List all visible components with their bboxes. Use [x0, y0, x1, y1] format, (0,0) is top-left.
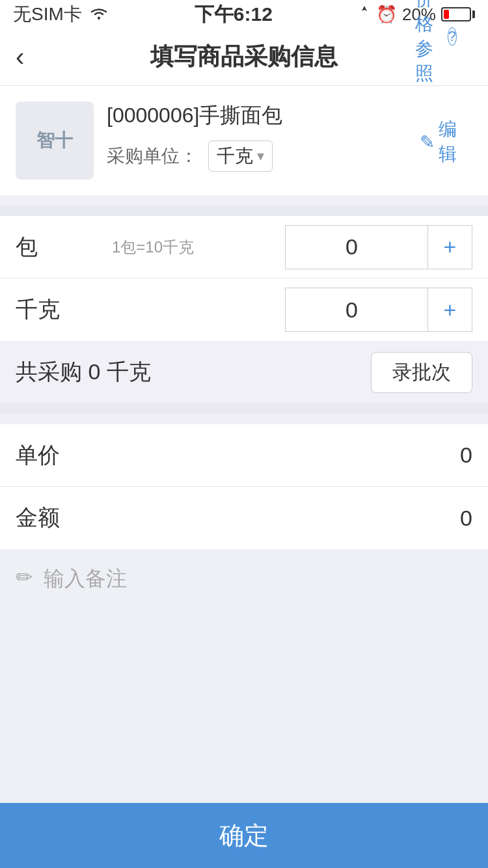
- unit-select[interactable]: 千克 ▾: [208, 141, 273, 172]
- product-image: 智十: [16, 102, 94, 180]
- summary-row: 共采购 0 千克 录批次: [0, 341, 488, 403]
- product-info: [0000006]手撕面包 采购单位： 千克 ▾: [107, 102, 472, 172]
- confirm-button[interactable]: 确定: [0, 803, 488, 868]
- summary-label: 共采购: [16, 359, 82, 384]
- empty-space: [0, 627, 488, 822]
- kg-plus-button[interactable]: +: [428, 288, 472, 332]
- unit-row: 采购单位： 千克 ▾: [107, 141, 472, 172]
- unit-price-label: 单价: [16, 441, 60, 470]
- svg-point-0: [98, 17, 100, 20]
- product-name: [0000006]手撕面包: [107, 102, 472, 130]
- kg-input[interactable]: [285, 288, 428, 332]
- kg-controls: +: [285, 288, 472, 332]
- bao-controls: +: [285, 225, 472, 269]
- bao-label: 包: [16, 232, 107, 262]
- notes-section[interactable]: ✏ 输入备注: [0, 549, 488, 627]
- price-section: 单价 0 金额 0: [0, 424, 488, 549]
- kg-row: 千克 +: [0, 278, 488, 341]
- edit-button[interactable]: ✎ 编辑: [420, 117, 457, 167]
- location-icon: [358, 5, 371, 25]
- chevron-down-icon: ▾: [257, 148, 264, 165]
- price-ref-label: 价格参照: [415, 0, 442, 86]
- help-icon: ?: [448, 27, 457, 46]
- alarm-icon: ⏰: [376, 5, 397, 25]
- bao-row: 包 1包=10千克 +: [0, 216, 488, 278]
- section-divider-2: [0, 403, 488, 414]
- wifi-icon: [88, 4, 109, 25]
- bao-plus-button[interactable]: +: [428, 225, 472, 269]
- status-left: 无SIM卡: [13, 2, 109, 27]
- unit-value: 千克: [217, 144, 253, 169]
- pencil-icon: ✏: [16, 565, 33, 590]
- bao-input[interactable]: [285, 225, 428, 269]
- notes-placeholder: 输入备注: [44, 565, 127, 593]
- summary-section: 共采购 0 千克 录批次: [0, 341, 488, 403]
- unit-price-value: 0: [460, 442, 472, 468]
- summary-text: 共采购 0 千克: [16, 357, 151, 387]
- kg-label: 千克: [16, 295, 107, 325]
- edit-icon: ✎: [420, 131, 435, 153]
- unit-label: 采购单位：: [107, 144, 198, 169]
- batch-button[interactable]: 录批次: [371, 352, 472, 393]
- edit-label: 编辑: [439, 117, 457, 167]
- back-button[interactable]: ‹: [16, 42, 24, 72]
- amount-row: 金额 0: [0, 487, 488, 549]
- carrier-text: 无SIM卡: [13, 2, 82, 27]
- amount-label: 金额: [16, 503, 60, 533]
- unit-price-row: 单价 0: [0, 424, 488, 487]
- section-divider-1: [0, 206, 488, 216]
- bao-sublabel: 1包=10千克: [112, 237, 285, 258]
- quantity-section: 包 1包=10千克 + 千克 +: [0, 216, 488, 341]
- amount-value: 0: [460, 506, 472, 531]
- time-display: 下午6:12: [195, 1, 273, 28]
- page-title: 填写商品采购信息: [150, 41, 338, 73]
- summary-unit: 千克: [107, 359, 151, 384]
- product-card: 智十 [0000006]手撕面包 采购单位： 千克 ▾ ✎ 编辑 价格参照 ?: [0, 86, 488, 195]
- summary-value: 0: [88, 359, 106, 384]
- price-ref-button[interactable]: 价格参照 ?: [415, 0, 457, 86]
